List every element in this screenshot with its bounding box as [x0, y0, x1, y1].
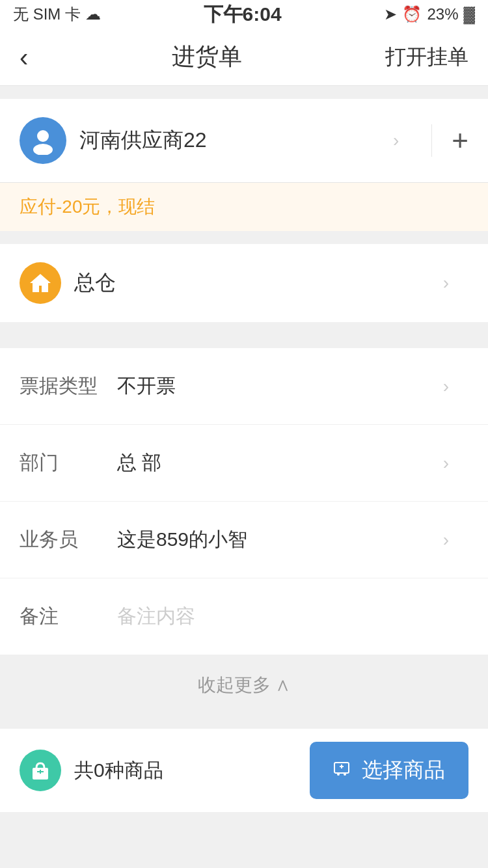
salesperson-label: 业务员 [20, 526, 104, 553]
remark-label: 备注 [20, 603, 104, 630]
select-product-button[interactable]: 选择商品 [310, 742, 468, 799]
status-bar-time: 下午6:04 [204, 1, 282, 28]
supplier-chevron-icon: › [393, 130, 399, 151]
top-divider [0, 86, 488, 99]
warehouse-chevron-icon: › [443, 273, 449, 293]
location-icon: ➤ [384, 5, 397, 23]
battery-text: 23% [427, 5, 458, 23]
alarm-icon: ⏰ [402, 5, 422, 23]
supplier-row[interactable]: 河南供应商22 › + [0, 99, 488, 183]
bottom-bar: 共0种商品 选择商品 [0, 729, 488, 812]
status-bar-left: 无 SIM 卡 ☁ [13, 4, 101, 25]
open-pending-button[interactable]: 打开挂单 [385, 43, 468, 72]
remark-input[interactable]: 备注内容 [117, 603, 468, 630]
status-bar-right: ➤ ⏰ 23% ▓ [384, 5, 475, 23]
invoice-type-value: 不开票 [117, 373, 443, 400]
salesperson-chevron-icon: › [443, 530, 449, 550]
department-label: 部门 [20, 450, 104, 476]
collapse-row[interactable]: 收起更多 ∧ [0, 655, 488, 716]
add-supplier-button[interactable]: + [452, 124, 468, 157]
notice-text: 应付-20元，现结 [20, 197, 155, 217]
product-icon [20, 750, 61, 791]
back-button[interactable]: ‹ [20, 44, 28, 70]
svg-marker-2 [30, 274, 51, 292]
warehouse-icon [20, 262, 61, 304]
section-divider-1 [0, 231, 488, 244]
supplier-name: 河南供应商22 [79, 126, 393, 155]
vertical-divider [431, 124, 432, 157]
product-count: 共0种商品 [74, 757, 297, 784]
section-divider-2 [0, 322, 488, 335]
svg-point-0 [37, 130, 49, 142]
svg-point-9 [337, 773, 340, 776]
select-product-label: 选择商品 [362, 756, 445, 785]
house-icon [29, 271, 52, 295]
invoice-type-row[interactable]: 票据类型 不开票 › [0, 348, 488, 425]
section-divider-3 [0, 716, 488, 729]
svg-point-10 [344, 773, 346, 776]
person-icon [29, 126, 57, 155]
department-value: 总 部 [117, 450, 443, 476]
warehouse-section[interactable]: 总仓 › [0, 244, 488, 322]
status-bar: 无 SIM 卡 ☁ 下午6:04 ➤ ⏰ 23% ▓ [0, 0, 488, 29]
collapse-label: 收起更多 ∧ [198, 673, 291, 698]
nav-bar: ‹ 进货单 打开挂单 [0, 29, 488, 86]
invoice-type-chevron-icon: › [443, 376, 449, 397]
form-section: 票据类型 不开票 › 部门 总 部 › 业务员 这是859的小智 › 备注 备注… [0, 348, 488, 655]
salesperson-row[interactable]: 业务员 这是859的小智 › [0, 502, 488, 578]
notice-bar: 应付-20元，现结 [0, 183, 488, 231]
page-title: 进货单 [172, 41, 242, 73]
department-chevron-icon: › [443, 453, 449, 474]
remark-row[interactable]: 备注 备注内容 [0, 578, 488, 655]
shopping-bag-icon [29, 759, 52, 782]
supplier-avatar [20, 117, 66, 164]
invoice-type-label: 票据类型 [20, 373, 104, 400]
salesperson-value: 这是859的小智 [117, 526, 443, 553]
warehouse-row[interactable]: 总仓 › [0, 244, 488, 322]
supplier-section: 河南供应商22 › + 应付-20元，现结 [0, 99, 488, 231]
battery-icon: ▓ [463, 5, 475, 23]
warehouse-name: 总仓 [74, 269, 443, 297]
svg-point-1 [33, 144, 53, 155]
select-product-icon [333, 757, 354, 783]
department-row[interactable]: 部门 总 部 › [0, 425, 488, 502]
